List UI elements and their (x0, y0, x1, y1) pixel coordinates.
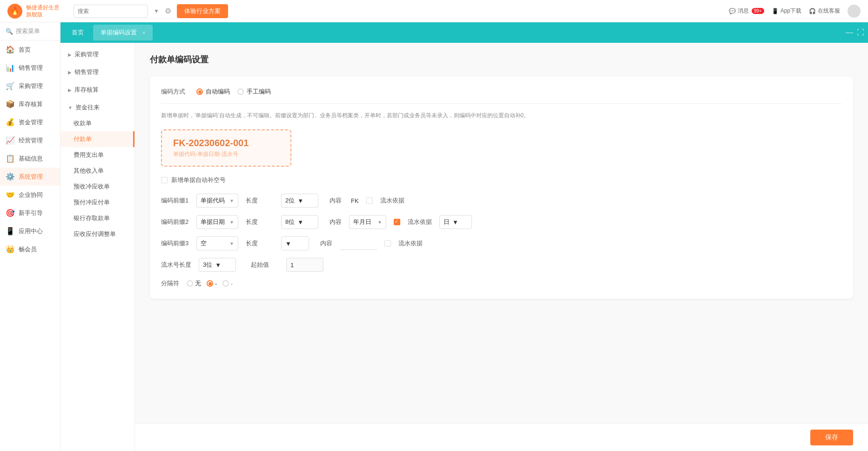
sidebar-item-system[interactable]: ⚙️ 系统管理 (0, 168, 60, 186)
sidebar-item-operation[interactable]: 📈 经营管理 (0, 131, 60, 149)
sidebar-item-home[interactable]: 🏠 首页 (0, 40, 60, 59)
sidebar-item-label: 销售管理 (19, 64, 43, 72)
sidebar-item-label: 资金管理 (19, 118, 43, 127)
prefix2-content-select[interactable]: 年月日 ▼ (349, 215, 386, 229)
nav-group-sales-title[interactable]: ▶ 销售管理 (61, 64, 135, 80)
serial-start-input[interactable] (286, 258, 323, 272)
prefix3-length-label: 长度 (246, 239, 274, 248)
sidebar-item-sales[interactable]: 📊 销售管理 (0, 59, 60, 77)
sidebar-item-guide[interactable]: 🎯 新手引导 (0, 204, 60, 222)
sidebar: 🔍 搜索菜单 🏠 首页 📊 销售管理 🛒 采购管理 📦 库存核算 💰 资金管理 … (0, 22, 61, 451)
sales-icon: 📊 (6, 63, 15, 72)
prefix2-length-label: 长度 (246, 218, 274, 226)
prefix3-label: 编码前缀3 (161, 239, 189, 248)
nav-sub-item-prepay-pay[interactable]: 预付冲应付单 (61, 195, 135, 210)
topbar: 🔥 畅捷通好生意 旗舰版 ▼ ⚙ 体验行业方案 💬 消息 99+ 📱 App下载… (0, 0, 868, 22)
tab-bar-actions: — ⛶ (846, 28, 864, 37)
separator-dash-radio[interactable]: - (207, 280, 217, 287)
prefix1-length-select[interactable]: 2位 ▼ (281, 194, 318, 208)
prefix3-flow-label: 流水依据 (398, 239, 423, 248)
topbar-middle: ▼ ⚙ 体验行业方案 (74, 4, 723, 18)
tab-encoding-settings[interactable]: 单据编码设置 × (93, 25, 153, 40)
code-preview-sub: 单据代码-单据日期-流水号 (173, 150, 279, 158)
prefix1-flow-checkbox[interactable] (366, 197, 373, 204)
finance-icon: 💰 (6, 118, 15, 127)
message-badge: 99+ (752, 8, 764, 14)
nav-sub-item-prepay-receive[interactable]: 预收冲应收单 (61, 179, 135, 195)
prefix3-flow-checkbox[interactable] (384, 240, 391, 247)
separator-none-radio[interactable]: 无 (187, 279, 201, 288)
prefix2-flow-label: 流水依据 (408, 218, 432, 226)
coop-icon: 🤝 (6, 190, 15, 199)
search-icon: 🔍 (6, 28, 13, 35)
prefix2-label: 编码前缀2 (161, 218, 189, 226)
nav-group-inventory-title[interactable]: ▶ 库存核算 (61, 82, 135, 98)
prefix2-select[interactable]: 单据日期 ▼ (196, 215, 238, 229)
download-item[interactable]: 📱 App下载 (772, 7, 801, 15)
auto-fill-checkbox[interactable] (161, 177, 168, 183)
tab-home[interactable]: 首页 (64, 25, 91, 40)
message-item[interactable]: 💬 消息 99+ (729, 7, 764, 15)
prefix2-length-value: 8位 (285, 218, 295, 226)
sidebar-item-app[interactable]: 📱 应用中心 (0, 222, 60, 240)
chevron-right-icon: ▶ (68, 52, 72, 57)
nav-sub-item-bank[interactable]: 银行存取款单 (61, 210, 135, 226)
prefix2-flow-checkbox[interactable] (394, 219, 400, 225)
sidebar-item-basic[interactable]: 📋 基础信息 (0, 149, 60, 168)
radio-circle-manual (237, 88, 244, 95)
nav-sub-item-receipt[interactable]: 收款单 (61, 115, 135, 131)
prefix1-length-value: 2位 (285, 196, 295, 205)
save-button[interactable]: 保存 (810, 430, 853, 445)
operation-icon: 📈 (6, 136, 15, 145)
prefix1-content-label: 内容 (330, 196, 342, 205)
nav-group-finance-title[interactable]: ▼ 资金往来 (61, 100, 135, 115)
prefix2-flow-unit: 日 (444, 218, 450, 226)
page-title: 付款单编码设置 (150, 54, 853, 65)
separator-radio-group: 无 - · (187, 279, 233, 288)
dropdown-arrow-icon[interactable]: ▼ (154, 8, 159, 14)
left-nav: ▶ 采购管理 ▶ 销售管理 ▶ 库存核算 ▼ 资金往来 (61, 43, 135, 451)
nav-sub-item-adjust[interactable]: 应收应付调整单 (61, 226, 135, 242)
sidebar-item-finance[interactable]: 💰 资金管理 (0, 113, 60, 131)
prefix3-select[interactable]: 空 ▼ (196, 236, 238, 250)
serial-length-select[interactable]: 3位 ▼ (199, 258, 236, 272)
auto-code-radio[interactable]: 自动编码 (196, 88, 230, 96)
sidebar-item-label: 新手引导 (19, 209, 43, 217)
sidebar-item-member[interactable]: 👑 畅会员 (0, 240, 60, 258)
nav-group-purchase-title[interactable]: ▶ 采购管理 (61, 47, 135, 62)
nav-group-inventory: ▶ 库存核算 (61, 82, 135, 98)
encoding-method-label: 编码方式 (161, 88, 185, 96)
sidebar-item-purchase[interactable]: 🛒 采购管理 (0, 77, 60, 95)
prefix2-flow-unit-select[interactable]: 日 ▼ (439, 215, 472, 229)
sidebar-search[interactable]: 🔍 搜索菜单 (0, 22, 60, 40)
encoding-method-row: 编码方式 自动编码 手工编码 (161, 88, 842, 104)
maximize-icon[interactable]: ⛶ (857, 28, 864, 37)
tab-close-button[interactable]: × (142, 30, 145, 35)
basic-icon: 📋 (6, 154, 15, 163)
sidebar-item-coop[interactable]: 🤝 企业协同 (0, 186, 60, 204)
prefix1-flow-label: 流水依据 (380, 196, 404, 205)
manual-code-radio[interactable]: 手工编码 (237, 88, 271, 96)
separator-dot-radio[interactable]: · (222, 280, 233, 287)
nav-sub-item-payment[interactable]: 付款单 (61, 131, 135, 147)
tab-bar: 首页 单据编码设置 × — ⛶ (61, 22, 868, 43)
service-item[interactable]: 🎧 在线客服 (809, 7, 840, 15)
minimize-icon[interactable]: — (846, 28, 853, 37)
avatar[interactable] (848, 5, 861, 18)
prefix1-select[interactable]: 单据代码 ▼ (196, 194, 238, 208)
prefix2-length-select[interactable]: 8位 ▼ (281, 215, 318, 229)
nav-sub-item-other-income[interactable]: 其他收入单 (61, 163, 135, 179)
chevron-down-icon: ▼ (68, 105, 73, 110)
trial-button[interactable]: 体验行业方案 (177, 4, 228, 18)
content-area: ▶ 采购管理 ▶ 销售管理 ▶ 库存核算 ▼ 资金往来 (61, 43, 868, 451)
nav-sub-item-expense[interactable]: 费用支出单 (61, 147, 135, 163)
sidebar-item-inventory[interactable]: 📦 库存核算 (0, 95, 60, 113)
sidebar-item-label: 采购管理 (19, 82, 43, 90)
topbar-search-input[interactable] (74, 5, 148, 18)
auto-fill-label: 新增单据自动补空号 (171, 176, 226, 184)
serial-length-value: 3位 (203, 261, 212, 269)
prefix1-row: 编码前缀1 单据代码 ▼ 长度 2位 ▼ 内容 FK 流水依据 (161, 194, 842, 208)
gear-icon[interactable]: ⚙ (165, 7, 171, 15)
prefix3-length-select[interactable]: ▼ (281, 236, 309, 250)
guide-icon: 🎯 (6, 209, 15, 217)
